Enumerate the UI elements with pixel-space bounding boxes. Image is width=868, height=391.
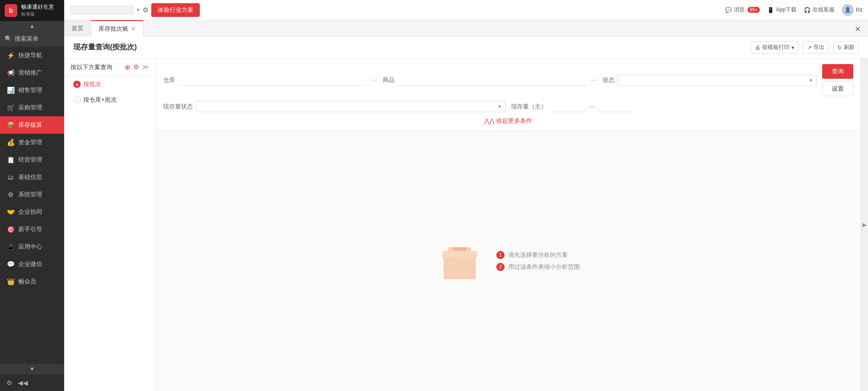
sidebar-item-label: 新手引导 (18, 225, 42, 234)
status-select[interactable]: ▾ (617, 75, 817, 86)
filter-actions: 查询 设置 (822, 64, 853, 96)
purchase-icon: 🛒 (6, 103, 15, 112)
settings-btn[interactable]: 设置 (822, 81, 853, 96)
sidebar-item-label: 系统管理 (18, 190, 42, 199)
warehouse-input[interactable] (178, 75, 367, 86)
sidebar-scroll-down[interactable]: ▼ (0, 364, 64, 374)
company-name: 畅康通好生意 (21, 4, 54, 11)
page-header: 现存量查询(按批次) 🖨 按模板打印 ▾ ↗ 导出 ↻ 刷新 (64, 37, 868, 59)
topbar-search-input[interactable] (70, 5, 134, 15)
plan-warehouse-batch-label: 按仓库+批次 (83, 96, 117, 104)
app-download-label: App下载 (776, 6, 797, 14)
sidebar-item-sales[interactable]: 📊 销售管理 (0, 81, 64, 99)
trial-btn[interactable]: 体验行业方案 (151, 3, 200, 17)
goods-filter-group: 商品 ··· (383, 75, 597, 86)
tab-home-label: 首页 (71, 24, 83, 33)
stock-qty-max-input[interactable] (598, 101, 634, 112)
sidebar-item-enterprise[interactable]: 🤝 企业协同 (0, 203, 64, 221)
sidebar-item-label: 企业协同 (18, 208, 42, 216)
sidebar-scroll-up[interactable]: ▲ (0, 21, 64, 31)
stock-status-select[interactable]: ▾ (196, 101, 505, 112)
collapse-left-panel-icon[interactable]: ≫ (142, 63, 149, 71)
empty-tip-2: 2 用过滤条件来缩小分析范围 (496, 263, 580, 271)
user-avatar: 👤 (842, 4, 854, 16)
collapse-conditions-btn[interactable]: ⋀⋀ 收起更多条件 (163, 117, 853, 125)
sidebar-item-quick-nav[interactable]: ⚡ 快捷导航 (0, 47, 64, 64)
empty-content: 1 请先选择要分析的方案 2 用过滤条件来缩小分析范围 (437, 238, 580, 284)
sidebar-item-label: 销售管理 (18, 86, 42, 94)
add-plan-icon[interactable]: ⊕ (125, 63, 131, 71)
sidebar-item-marketing[interactable]: 📢 营销推广 (0, 64, 64, 81)
sidebar-item-appstore[interactable]: 📱 应用中心 (0, 238, 64, 255)
sidebar-item-label: 应用中心 (18, 243, 42, 251)
right-edge-bar[interactable]: ▶ (861, 59, 868, 391)
app-download-action[interactable]: 📱 App下载 (767, 6, 797, 14)
collapse-label: 收起更多条件 (496, 117, 532, 125)
filter-area: 仓库 ··· 商品 ··· 状态 ▾ (156, 59, 861, 131)
settings-icon[interactable]: ⚙ (6, 379, 12, 386)
main-area: ▾ ⚙ 体验行业方案 💬 消息 99+ 📱 App下载 🎧 在线客服 👤 (64, 0, 868, 391)
status-filter-group: 状态 ▾ (603, 75, 817, 86)
sidebar-item-newbie[interactable]: 🎯 新手引导 (0, 221, 64, 238)
empty-state: 1 请先选择要分析的方案 2 用过滤条件来缩小分析范围 (156, 131, 861, 391)
sidebar-item-purchase[interactable]: 🛒 采购管理 (0, 99, 64, 116)
stock-qty-min-input[interactable] (549, 101, 586, 112)
topbar-gear-icon[interactable]: ⚙ (143, 6, 148, 14)
export-icon: ↗ (807, 44, 812, 51)
template-print-arrow: ▾ (791, 44, 794, 51)
right-edge-arrow-icon: ▶ (863, 222, 867, 228)
sidebar-item-finance[interactable]: 💰 资金管理 (0, 134, 64, 151)
tab-close-main-icon[interactable]: ✕ (855, 25, 861, 33)
enterprise-icon: 🤝 (6, 208, 15, 216)
goods-more-icon[interactable]: ··· (591, 76, 597, 84)
status-select-arrow: ▾ (809, 77, 813, 84)
tip-text-2: 用过滤条件来缩小分析范围 (508, 263, 580, 271)
user-profile[interactable]: 👤 Rit (842, 4, 863, 16)
query-btn[interactable]: 查询 (822, 64, 853, 79)
system-icon: ⚙ (6, 190, 15, 199)
empty-tip-1: 1 请先选择要分析的方案 (496, 251, 580, 259)
plan-item-warehouse-batch[interactable]: ○ 按仓库+批次 (64, 92, 155, 108)
wechat-icon: 💬 (6, 260, 15, 268)
plan-item-batch[interactable]: ● 按批次 (64, 76, 155, 92)
refresh-icon: ↻ (837, 44, 842, 51)
sidebar-item-label: 基础信息 (18, 173, 42, 181)
left-panel-title: 按以下方案查询 (71, 63, 112, 71)
marketing-icon: 📢 (6, 69, 15, 77)
empty-illustration (437, 238, 483, 284)
search-label: 搜索菜单 (15, 35, 38, 43)
sidebar-item-system[interactable]: ⚙ 系统管理 (0, 186, 64, 203)
messages-action[interactable]: 💬 消息 99+ (725, 6, 760, 14)
sidebar-item-member[interactable]: 👑 畅会员 (0, 273, 64, 290)
sidebar-header: b 畅康通好生意 标准版 (0, 0, 64, 21)
sidebar-item-label: 畅会员 (18, 277, 36, 286)
warehouse-more-icon[interactable]: ··· (371, 76, 377, 84)
left-panel-actions: ⊕ ⚙ ≫ (125, 63, 149, 71)
messages-label: 消息 (734, 6, 745, 14)
topbar-dropdown-arrow[interactable]: ▾ (137, 6, 140, 13)
stock-qty-dash: — (589, 103, 595, 110)
sidebar-item-basic[interactable]: 🗂 基础信息 (0, 168, 64, 186)
tabs-bar: 首页 库存批次账 ✕ ✕ (64, 20, 868, 37)
online-service-action[interactable]: 🎧 在线客服 (804, 6, 835, 14)
plan-dot-inactive: ○ (73, 96, 81, 103)
sidebar-item-operation[interactable]: 📋 经营管理 (0, 151, 64, 168)
export-btn[interactable]: ↗ 导出 (803, 41, 829, 54)
collapse-sidebar-icon[interactable]: ◀◀ (18, 379, 28, 386)
sidebar-search[interactable]: 🔍 搜索菜单 (0, 31, 64, 47)
template-print-btn[interactable]: 🖨 按模板打印 ▾ (751, 41, 798, 54)
svg-rect-2 (453, 247, 467, 251)
settings-plan-icon[interactable]: ⚙ (133, 63, 139, 71)
sidebar-item-inventory[interactable]: 📦 库存核算 (0, 116, 64, 134)
tab-close-icon[interactable]: ✕ (131, 26, 136, 32)
refresh-btn[interactable]: ↻ 刷新 (833, 41, 859, 54)
tab-home[interactable]: 首页 (64, 20, 91, 37)
sidebar-item-label: 采购管理 (18, 103, 42, 112)
member-icon: 👑 (6, 277, 15, 286)
tab-inventory-batch-label: 库存批次账 (99, 25, 128, 33)
sidebar-item-wechat[interactable]: 💬 企业微信 (0, 255, 64, 273)
stock-qty-label: 现存量（主） (511, 103, 547, 111)
tab-inventory-batch[interactable]: 库存批次账 ✕ (91, 20, 143, 37)
tip-text-1: 请先选择要分析的方案 (508, 251, 568, 259)
goods-input[interactable] (397, 75, 586, 86)
